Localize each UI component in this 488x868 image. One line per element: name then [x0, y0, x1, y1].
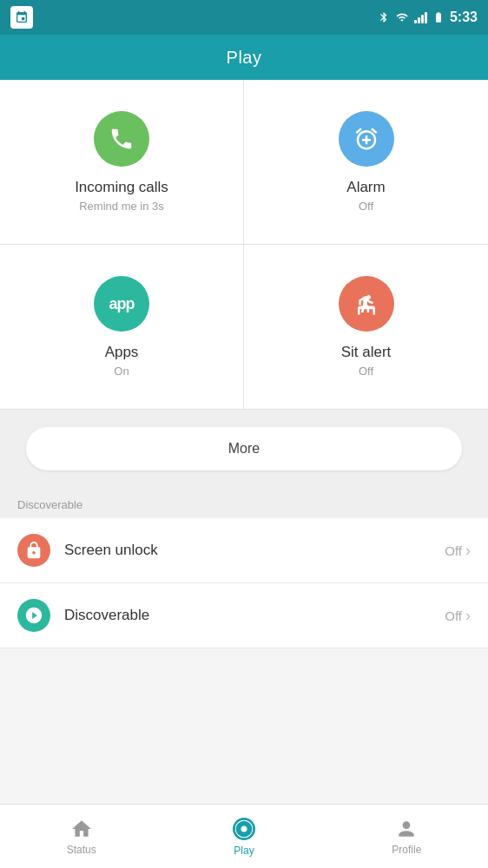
incoming-calls-sublabel: Remind me in 3s: [79, 200, 164, 213]
svg-point-3: [241, 825, 247, 832]
header-title: Play: [227, 48, 262, 68]
battery-icon: [432, 11, 445, 23]
sit-alert-icon: [339, 276, 394, 332]
apps-cell[interactable]: app Apps On: [0, 245, 244, 409]
incoming-calls-label: Incoming calls: [75, 179, 168, 196]
screen-unlock-icon: [17, 534, 50, 567]
discoverable-status: Off ›: [445, 607, 471, 625]
app-header: Play: [0, 35, 488, 80]
discoverable-label: Discoverable: [64, 607, 445, 624]
discoverable-section-label: Discoverable: [0, 488, 488, 518]
alarm-cell[interactable]: Alarm Off: [244, 80, 488, 245]
alarm-label: Alarm: [346, 179, 385, 196]
bluetooth-icon: [378, 11, 390, 23]
home-icon: [70, 818, 93, 840]
status-bar-right: 5:33: [378, 10, 478, 25]
sit-alert-label: Sit alert: [341, 344, 392, 361]
apps-icon: app: [94, 276, 149, 332]
nav-profile-label: Profile: [392, 844, 421, 856]
bottom-navigation: Status Play Profile: [0, 804, 488, 868]
alarm-icon: [339, 111, 394, 167]
status-bar: 5:33: [0, 0, 488, 35]
nav-item-profile[interactable]: Profile: [326, 805, 488, 868]
incoming-calls-icon: [94, 111, 149, 167]
more-button[interactable]: More: [26, 427, 462, 470]
screen-unlock-item[interactable]: Screen unlock Off ›: [0, 518, 488, 583]
incoming-calls-cell[interactable]: Incoming calls Remind me in 3s: [0, 80, 244, 245]
profile-icon: [395, 818, 418, 840]
feature-grid: Incoming calls Remind me in 3s Alarm Off…: [0, 80, 488, 410]
sit-alert-cell[interactable]: Sit alert Off: [244, 245, 488, 409]
sit-alert-sublabel: Off: [359, 365, 373, 378]
nav-status-label: Status: [67, 844, 96, 856]
app-icon: [10, 6, 33, 29]
status-bar-left: [10, 6, 33, 29]
screen-unlock-status: Off ›: [445, 542, 471, 560]
signal-icon: [414, 11, 427, 23]
screen-unlock-label: Screen unlock: [64, 542, 445, 559]
wifi-icon: [395, 11, 409, 23]
play-circle-icon: [232, 817, 256, 841]
discoverable-item[interactable]: Discoverable Off ›: [0, 583, 488, 648]
nav-play-label: Play: [234, 845, 254, 857]
nav-item-play[interactable]: Play: [162, 805, 325, 868]
apps-sublabel: On: [114, 365, 129, 378]
status-time: 5:33: [450, 10, 478, 25]
more-section: More: [0, 410, 488, 488]
apps-label: Apps: [105, 344, 139, 361]
nav-item-status[interactable]: Status: [0, 805, 162, 868]
discoverable-icon: [17, 599, 50, 632]
discoverable-chevron: ›: [465, 607, 471, 625]
alarm-sublabel: Off: [359, 200, 373, 213]
discoverable-section: Discoverable Screen unlock Off › Discove…: [0, 488, 488, 648]
screen-unlock-chevron: ›: [465, 542, 471, 560]
